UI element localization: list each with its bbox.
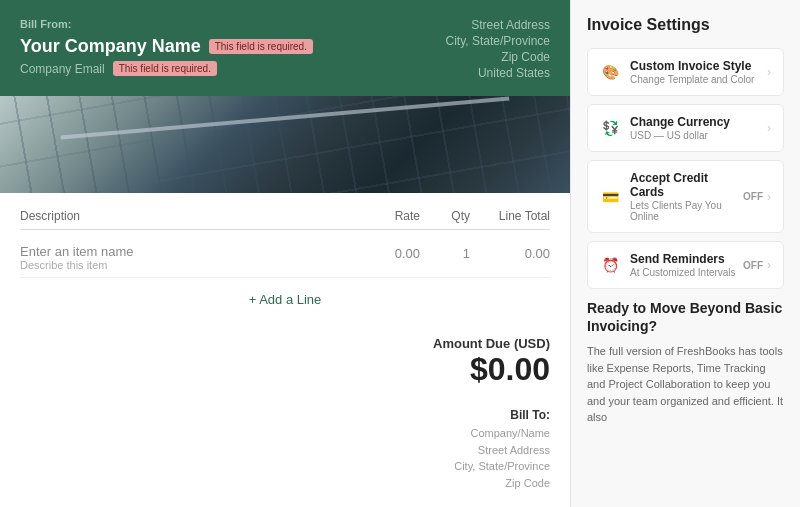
chevron-accept-credit-cards-icon: › [767,190,771,204]
item-name-cell: Enter an item name Describe this item [20,244,340,271]
header-line-total: Line Total [470,209,550,223]
add-line-button[interactable]: + Add a Line [249,292,322,307]
settings-item-change-currency[interactable]: 💱 Change Currency USD — US dollar › [587,104,784,152]
settings-icon-send-reminders: ⏰ [600,255,620,275]
company-email-row: Company Email This field is required. [20,61,313,76]
bill-from-label: Bill From: [20,18,313,30]
company-email-required-badge: This field is required. [113,61,217,76]
settings-subtitle-custom-invoice-style: Change Template and Color [630,74,767,85]
company-name-row: Your Company Name This field is required… [20,36,313,57]
bill-from-right: Street Address City, State/Province Zip … [446,18,550,80]
table-row: Enter an item name Describe this item 0.… [20,238,550,278]
header-qty: Qty [420,209,470,223]
company-name: Your Company Name [20,36,201,57]
settings-right-send-reminders: OFF › [743,258,771,272]
toggle-send-reminders[interactable]: OFF [743,260,763,271]
bill-to-zip[interactable]: Zip Code [454,475,550,492]
street-address-field[interactable]: Street Address [446,18,550,32]
settings-icon-change-currency: 💱 [600,118,620,138]
settings-content-accept-credit-cards: Accept Credit Cards Lets Clients Pay You… [630,171,743,222]
zip-code-field[interactable]: Zip Code [446,50,550,64]
chevron-custom-invoice-style-icon: › [767,65,771,79]
toggle-accept-credit-cards[interactable]: OFF [743,191,763,202]
settings-content-change-currency: Change Currency USD — US dollar [630,115,767,141]
amount-due-label: Amount Due (USD) [433,336,550,351]
item-qty[interactable]: 1 [420,244,470,261]
settings-title-accept-credit-cards: Accept Credit Cards [630,171,743,199]
settings-icon-accept-credit-cards: 💳 [600,187,620,207]
header-description: Description [20,209,340,223]
bill-to-street[interactable]: Street Address [454,442,550,459]
settings-title-change-currency: Change Currency [630,115,767,129]
upsell-box: Ready to Move Beyond Basic Invoicing? Th… [587,299,784,426]
settings-subtitle-send-reminders: At Customized Intervals [630,267,743,278]
bottom-section: Amount Due (USD) $0.00 Bill To: Company/… [0,336,570,507]
bill-to-section: Bill To: Company/Name Street Address Cit… [454,404,550,491]
invoice-body: Description Rate Qty Line Total Enter an… [0,193,570,336]
bill-from-header: Bill From: Your Company Name This field … [0,0,570,96]
settings-subtitle-accept-credit-cards: Lets Clients Pay You Online [630,200,743,222]
company-name-required-badge: This field is required. [209,39,313,54]
left-panel: Bill From: Your Company Name This field … [0,0,570,507]
bill-to-label: Bill To: [454,408,550,422]
settings-title-send-reminders: Send Reminders [630,252,743,266]
upsell-text: The full version of FreshBooks has tools… [587,343,784,426]
settings-title: Invoice Settings [587,16,784,34]
amount-due: Amount Due (USD) $0.00 [433,336,550,388]
right-panel: Invoice Settings 🎨 Custom Invoice Style … [570,0,800,507]
city-state-field[interactable]: City, State/Province [446,34,550,48]
chevron-send-reminders-icon: › [767,258,771,272]
settings-items-container: 🎨 Custom Invoice Style Change Template a… [587,48,784,289]
bill-to-company-name[interactable]: Company/Name [454,425,550,442]
item-rate[interactable]: 0.00 [340,244,420,261]
item-description[interactable]: Describe this item [20,259,340,271]
settings-title-custom-invoice-style: Custom Invoice Style [630,59,767,73]
header-rate: Rate [340,209,420,223]
amount-due-value: $0.00 [433,351,550,388]
settings-content-custom-invoice-style: Custom Invoice Style Change Template and… [630,59,767,85]
line-items-header: Description Rate Qty Line Total [20,209,550,230]
chevron-change-currency-icon: › [767,121,771,135]
company-email-label: Company Email [20,62,105,76]
settings-subtitle-change-currency: USD — US dollar [630,130,767,141]
add-line-row: + Add a Line [20,278,550,320]
settings-right-accept-credit-cards: OFF › [743,190,771,204]
bill-from-left: Bill From: Your Company Name This field … [20,18,313,76]
settings-content-send-reminders: Send Reminders At Customized Intervals [630,252,743,278]
settings-right-custom-invoice-style: › [767,65,771,79]
bill-to-city-state[interactable]: City, State/Province [454,458,550,475]
settings-item-custom-invoice-style[interactable]: 🎨 Custom Invoice Style Change Template a… [587,48,784,96]
settings-item-send-reminders[interactable]: ⏰ Send Reminders At Customized Intervals… [587,241,784,289]
upsell-title: Ready to Move Beyond Basic Invoicing? [587,299,784,335]
hero-image [0,96,570,193]
item-total: 0.00 [470,244,550,261]
country-field[interactable]: United States [446,66,550,80]
settings-icon-custom-invoice-style: 🎨 [600,62,620,82]
settings-right-change-currency: › [767,121,771,135]
item-name[interactable]: Enter an item name [20,244,340,259]
settings-item-accept-credit-cards[interactable]: 💳 Accept Credit Cards Lets Clients Pay Y… [587,160,784,233]
